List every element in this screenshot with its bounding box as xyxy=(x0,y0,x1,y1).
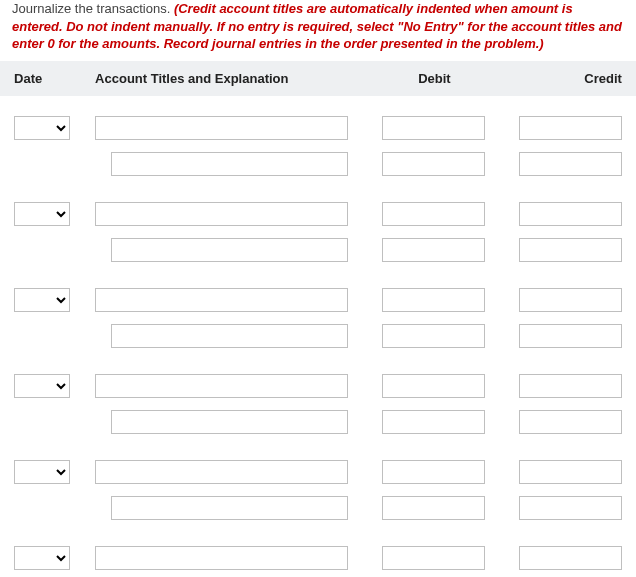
journal-entry-line2 xyxy=(10,404,626,440)
account-title-input-indent[interactable] xyxy=(111,410,349,434)
credit-input[interactable] xyxy=(519,324,622,348)
credit-input[interactable] xyxy=(519,238,622,262)
journal-body xyxy=(0,96,636,577)
credit-input[interactable] xyxy=(519,288,622,312)
debit-input[interactable] xyxy=(382,116,485,140)
debit-input[interactable] xyxy=(382,460,485,484)
journal-entry-line1 xyxy=(10,196,626,232)
instructions-block: Journalize the transactions. (Credit acc… xyxy=(0,0,636,61)
account-title-input-indent[interactable] xyxy=(111,238,349,262)
header-date: Date xyxy=(8,61,89,96)
date-select[interactable] xyxy=(14,202,70,226)
journal-entry-line1 xyxy=(10,282,626,318)
debit-input[interactable] xyxy=(382,238,485,262)
date-select[interactable] xyxy=(14,116,70,140)
journal-header-table: Date Account Titles and Explanation Debi… xyxy=(0,61,636,96)
journal-entry-line1 xyxy=(10,110,626,146)
debit-input[interactable] xyxy=(382,324,485,348)
credit-input[interactable] xyxy=(519,546,622,570)
account-title-input[interactable] xyxy=(95,546,349,570)
date-select[interactable] xyxy=(14,546,70,570)
account-title-input-indent[interactable] xyxy=(111,496,349,520)
account-title-input[interactable] xyxy=(95,460,349,484)
debit-input[interactable] xyxy=(382,288,485,312)
account-title-input-indent[interactable] xyxy=(111,324,349,348)
journal-body-table xyxy=(10,96,626,577)
journal-entry-line2 xyxy=(10,318,626,354)
debit-input[interactable] xyxy=(382,496,485,520)
credit-input[interactable] xyxy=(519,460,622,484)
column-header-row: Date Account Titles and Explanation Debi… xyxy=(0,61,636,96)
debit-input[interactable] xyxy=(382,410,485,434)
date-select[interactable] xyxy=(14,460,70,484)
debit-input[interactable] xyxy=(382,374,485,398)
debit-input[interactable] xyxy=(382,152,485,176)
account-title-input[interactable] xyxy=(95,116,349,140)
credit-input[interactable] xyxy=(519,152,622,176)
debit-input[interactable] xyxy=(382,546,485,570)
credit-input[interactable] xyxy=(519,496,622,520)
date-select[interactable] xyxy=(14,288,70,312)
journal-entry-line2 xyxy=(10,232,626,268)
journal-entry-line1 xyxy=(10,540,626,576)
instructions-lead: Journalize the transactions. xyxy=(12,1,174,16)
journal-entry-line1 xyxy=(10,368,626,404)
credit-input[interactable] xyxy=(519,116,622,140)
credit-input[interactable] xyxy=(519,374,622,398)
header-debit: Debit xyxy=(379,61,490,96)
account-title-input[interactable] xyxy=(95,288,349,312)
account-title-input[interactable] xyxy=(95,202,349,226)
account-title-input[interactable] xyxy=(95,374,349,398)
credit-input[interactable] xyxy=(519,410,622,434)
journal-entry-line2 xyxy=(10,146,626,182)
header-account: Account Titles and Explanation xyxy=(89,61,352,96)
journal-entry-line1 xyxy=(10,454,626,490)
debit-input[interactable] xyxy=(382,202,485,226)
journal-entry-line2 xyxy=(10,490,626,526)
account-title-input-indent[interactable] xyxy=(111,152,349,176)
date-select[interactable] xyxy=(14,374,70,398)
header-credit: Credit xyxy=(516,61,627,96)
credit-input[interactable] xyxy=(519,202,622,226)
